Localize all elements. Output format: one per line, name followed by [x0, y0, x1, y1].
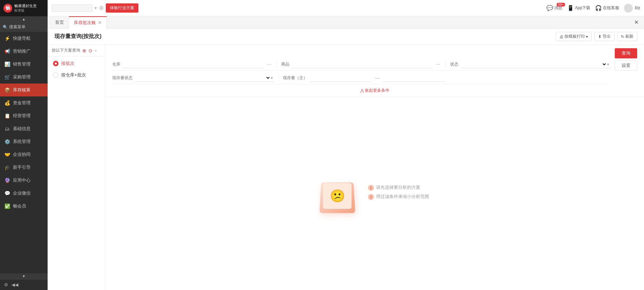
schema-active-icon — [53, 61, 58, 66]
tip-text-2: 用过滤条件来缩小分析范围 — [376, 194, 429, 200]
sidebar-item-quick-nav[interactable]: ⚡ 快捷导航 — [0, 32, 48, 45]
tab-panel-close-button[interactable]: ✕ — [631, 19, 641, 25]
inventory-status-label: 现存量状态 — [112, 75, 133, 81]
body-area: 按以下方案查询 ⊕ ⊙ « 按批次 按仓库+批次 — [48, 45, 644, 290]
collapse-button[interactable]: ⋀ 收起更多条件 — [112, 86, 637, 93]
print-dropdown-icon: ▾ — [586, 34, 588, 39]
schema-inactive-icon — [53, 72, 58, 78]
schema-list: 按批次 按仓库+批次 — [48, 56, 105, 290]
experience-button[interactable]: 体验行业方案 — [106, 3, 138, 13]
sidebar-item-operation[interactable]: 📋 经营管理 — [0, 109, 48, 122]
print-icon: 🖨 — [559, 34, 563, 39]
settings-footer-icon[interactable]: ⚙ — [4, 282, 8, 287]
username-label: Rit — [635, 6, 640, 11]
refresh-label: 刷新 — [625, 34, 633, 39]
product-more-icon[interactable]: ··· — [435, 61, 442, 68]
left-panel: 按以下方案查询 ⊕ ⊙ « 按批次 按仓库+批次 — [48, 45, 105, 290]
tab-inventory-batch-label: 库存批次账 — [74, 20, 96, 26]
left-panel-header: 按以下方案查询 ⊕ ⊙ « — [48, 45, 105, 56]
print-label: 按模板打印 — [564, 34, 585, 39]
sidebar-item-basic[interactable]: 🗂 基础信息 — [0, 122, 48, 135]
avatar — [624, 4, 633, 13]
sidebar-item-guide[interactable]: 🎓 新手引导 — [0, 161, 48, 174]
search-menu[interactable]: 🔍 搜索菜单 — [0, 22, 48, 32]
page-header: 现存量查询(按批次) 🖨 按模板打印 ▾ ⬆ 导出 ↻ 刷新 — [48, 29, 644, 45]
sidebar-item-label: 新手引导 — [13, 164, 31, 170]
appstore-icon: 🔮 — [4, 177, 10, 183]
refresh-button[interactable]: ↻ 刷新 — [617, 32, 637, 41]
status-select[interactable] — [462, 61, 607, 67]
app-download-button[interactable]: 📱 App下载 — [567, 5, 590, 11]
basic-icon: 🗂 — [4, 126, 10, 132]
product-input[interactable] — [291, 60, 433, 68]
sidebar-item-enterprise[interactable]: 🤝 企业协同 — [0, 148, 48, 161]
sidebar-item-finance[interactable]: 💰 资金管理 — [0, 96, 48, 109]
message-icon: 💬 — [546, 5, 553, 11]
schema-item-warehouse-batch[interactable]: 按仓库+批次 — [48, 69, 105, 81]
scroll-up-button[interactable]: ▲ — [0, 16, 48, 22]
tab-close-button[interactable]: ✕ — [98, 20, 102, 25]
user-area[interactable]: Rit — [624, 4, 640, 13]
schema-settings-icon[interactable]: ⊙ — [88, 48, 92, 53]
breadcrumb-input[interactable] — [52, 4, 92, 12]
tab-inventory-batch[interactable]: 库存批次账 ✕ — [69, 16, 107, 29]
topbar-right: 💬 消息 99+ 📱 App下载 🎧 在线客服 Rit — [546, 4, 640, 13]
add-schema-icon[interactable]: ⊕ — [82, 48, 86, 53]
content-area: 现存量查询(按批次) 🖨 按模板打印 ▾ ⬆ 导出 ↻ 刷新 — [48, 29, 644, 290]
tabbar: 首页 库存批次账 ✕ ✕ — [48, 16, 644, 29]
empty-state: 😕 1 请先选择要分析的方案 2 用过滤条件来缩小分析范围 — [105, 97, 644, 290]
schema-title: 按以下方案查询 — [52, 48, 80, 53]
wechat-icon: 💬 — [4, 190, 10, 196]
box-face-emoji: 😕 — [330, 189, 345, 203]
member-icon: ✅ — [4, 203, 10, 209]
sidebar: 畅 畅康通好生意 标准版 ▲ 🔍 搜索菜单 ⚡ 快捷导航 📢 营销推广 📊 销售… — [0, 0, 48, 290]
sidebar-nav: ⚡ 快捷导航 📢 营销推广 📊 销售管理 🛒 采购管理 📦 库存核算 💰 资金管… — [0, 32, 48, 273]
enterprise-icon: 🤝 — [4, 151, 10, 158]
online-service-button[interactable]: 🎧 在线客服 — [595, 5, 619, 11]
schema-item-batch[interactable]: 按批次 — [48, 58, 105, 69]
sidebar-item-label: 资金管理 — [13, 100, 31, 106]
warehouse-input[interactable] — [122, 60, 264, 68]
button-group: 查询 设置 — [615, 48, 637, 71]
tab-home[interactable]: 首页 — [50, 16, 69, 29]
sidebar-item-marketing[interactable]: 📢 营销推广 — [0, 45, 48, 58]
settings-button[interactable]: 设置 — [615, 60, 637, 71]
collapse-up-icon: ⋀ — [360, 88, 364, 93]
inventory-status-select[interactable] — [136, 75, 271, 80]
qty-min-input[interactable] — [309, 74, 372, 82]
panel-collapse-icon[interactable]: « — [95, 48, 97, 53]
topbar-left: ▾ ⚙ 体验行业方案 — [52, 3, 544, 13]
system-icon: ⚙️ — [4, 139, 10, 145]
print-button[interactable]: 🖨 按模板打印 ▾ — [556, 32, 592, 41]
inventory-status-dropdown-icon: ▾ — [271, 75, 273, 80]
sidebar-item-sales[interactable]: 📊 销售管理 — [0, 58, 48, 71]
sidebar-item-system[interactable]: ⚙️ 系统管理 — [0, 135, 48, 148]
warehouse-label: 仓库 — [112, 61, 120, 67]
sidebar-item-appstore[interactable]: 🔮 应用中心 — [0, 174, 48, 187]
settings-icon[interactable]: ⚙ — [99, 5, 104, 11]
query-button[interactable]: 查询 — [615, 48, 637, 58]
sidebar-item-label: 销售管理 — [13, 61, 31, 67]
qty-max-input[interactable] — [383, 74, 445, 82]
export-button[interactable]: ⬆ 导出 — [594, 32, 614, 41]
product-label: 商品 — [281, 61, 289, 67]
tip-text-1: 请先选择要分析的方案 — [376, 184, 420, 191]
sidebar-item-label: 企业协同 — [13, 151, 31, 158]
schema-item-label: 按仓库+批次 — [61, 72, 86, 78]
message-button[interactable]: 💬 消息 99+ — [546, 5, 562, 11]
sidebar-item-inventory[interactable]: 📦 库存核算 — [0, 84, 48, 96]
sidebar-item-member[interactable]: ✅ 畅会员 — [0, 200, 48, 213]
download-icon: 📱 — [567, 5, 574, 11]
qty-range-dash: — — [374, 75, 381, 80]
app-download-label: App下载 — [575, 5, 590, 11]
sidebar-item-purchase[interactable]: 🛒 采购管理 — [0, 71, 48, 84]
sidebar-item-wechat[interactable]: 💬 企业微信 — [0, 187, 48, 200]
sidebar-item-label: 应用中心 — [13, 177, 31, 183]
marketing-icon: 📢 — [4, 48, 10, 54]
collapse-sidebar-icon[interactable]: ◀◀ — [12, 282, 18, 287]
finance-icon: 💰 — [4, 100, 10, 106]
page-title: 现存量查询(按批次) — [54, 33, 102, 40]
warehouse-more-icon[interactable]: ··· — [266, 61, 273, 68]
sidebar-header: 畅 畅康通好生意 标准版 — [0, 0, 48, 16]
scroll-down-button[interactable]: ▼ — [0, 273, 48, 279]
